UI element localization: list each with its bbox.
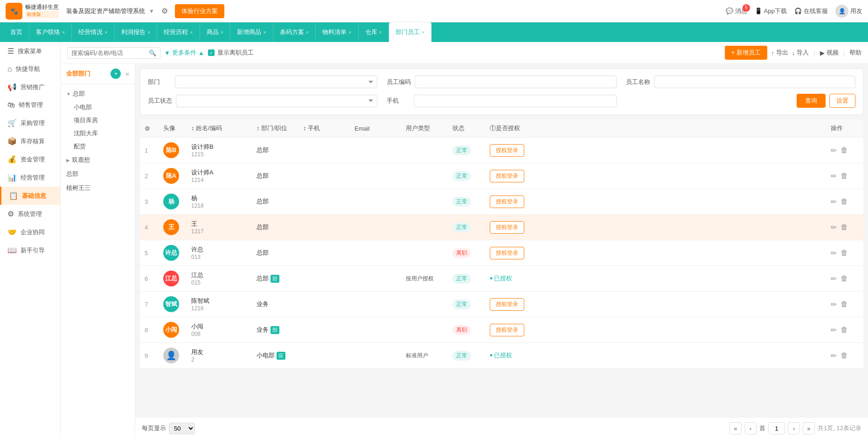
dept-group-zhishu-title[interactable]: 植树王三 <box>61 181 135 195</box>
edit-icon-4[interactable]: ✏ <box>831 223 837 232</box>
auth-btn-row8[interactable]: 授权登录 <box>490 324 524 336</box>
dept-collapse-button[interactable]: « <box>125 70 129 77</box>
col-settings[interactable]: ⚙ <box>140 119 159 138</box>
edit-icon-6[interactable]: ✏ <box>831 274 837 283</box>
dept-child-shenyang[interactable]: 沈阳大库 <box>61 127 135 140</box>
delete-icon-4[interactable]: 🗑 <box>840 223 848 231</box>
delete-icon-5[interactable]: 🗑 <box>840 249 848 257</box>
auth-btn-row1[interactable]: 授权登录 <box>490 144 524 157</box>
edit-icon-1[interactable]: ✏ <box>831 146 837 155</box>
filter-empcode-input[interactable] <box>415 76 616 88</box>
sidebar-item-purchase[interactable]: 🛒 采购管理 <box>0 114 60 132</box>
edit-icon-2[interactable]: ✏ <box>831 172 837 181</box>
show-resigned-toggle[interactable]: ✓ 显示离职员工 <box>208 49 254 57</box>
tab-business[interactable]: 经营情况× <box>72 22 114 42</box>
auth-btn-row4[interactable]: 授权登录 <box>490 221 524 234</box>
user-menu[interactable]: 👤 用友 <box>835 5 862 18</box>
tab-customer-close[interactable]: × <box>62 29 65 35</box>
delete-icon-8[interactable]: 🗑 <box>840 326 848 334</box>
tab-barcode[interactable]: 条码方案× <box>273 22 316 42</box>
sidebar-item-quick-nav[interactable]: ⌂ 快捷导航 <box>0 60 60 78</box>
tab-goods[interactable]: 商品× <box>200 22 230 42</box>
edit-icon-5[interactable]: ✏ <box>831 249 837 258</box>
dept-group-shuanglu-title[interactable]: ▶ 双鹿想 <box>61 153 135 167</box>
import-button[interactable]: ↓ 导入 <box>792 49 809 57</box>
col-name-code[interactable]: ↕ 姓名/编码 <box>187 119 252 138</box>
sidebar-item-guide[interactable]: 📖 新手引导 <box>0 241 60 259</box>
sidebar-item-operations[interactable]: 📊 经营管理 <box>0 168 60 187</box>
query-button[interactable]: 查询 <box>797 94 826 108</box>
col-phone[interactable]: ↕ 手机 <box>299 119 350 138</box>
dept-all-label[interactable]: 全部部门 <box>66 70 108 78</box>
dept-add-button[interactable]: + <box>111 69 121 79</box>
trial-button[interactable]: 体验行业方案 <box>175 4 224 18</box>
sidebar-item-inventory[interactable]: 📦 库存核算 <box>0 132 60 150</box>
next-page-button[interactable]: › <box>788 422 800 434</box>
sidebar-item-enterprise[interactable]: 🤝 企业协同 <box>0 223 60 241</box>
sidebar-item-basic-info[interactable]: 📋 基础信息 <box>0 187 60 205</box>
sidebar-item-system[interactable]: ⚙ 系统管理 <box>0 205 60 223</box>
filter-status-select[interactable] <box>176 95 377 107</box>
tab-history-close[interactable]: × <box>190 29 193 35</box>
auth-btn-row5[interactable]: 授权登录 <box>490 247 524 259</box>
prev-page-button[interactable]: ‹ <box>744 422 757 434</box>
show-resigned-checkbox[interactable]: ✓ <box>208 49 215 56</box>
sidebar-item-sales[interactable]: 🛍 销售管理 <box>0 96 60 114</box>
tab-business-close[interactable]: × <box>104 29 107 35</box>
tab-profit[interactable]: 利润报告× <box>115 22 157 42</box>
tab-bom-close[interactable]: × <box>348 29 351 35</box>
dept-child-distribution[interactable]: 配货 <box>61 140 135 153</box>
auth-btn-row7[interactable]: 授权登录 <box>490 298 524 311</box>
edit-icon-8[interactable]: ✏ <box>831 326 837 334</box>
tab-warehouse[interactable]: 仓库× <box>359 22 389 42</box>
page-size-select[interactable]: 50 100 <box>169 423 195 434</box>
tab-warehouse-close[interactable]: × <box>379 29 382 35</box>
view-button[interactable]: ▶ 视频 <box>820 49 839 57</box>
online-support-button[interactable]: 🎧 在线客服 <box>794 7 828 15</box>
tab-profit-close[interactable]: × <box>147 29 150 35</box>
sidebar-item-marketing[interactable]: 📢 营销推广 <box>0 78 60 96</box>
tab-add-goods-close[interactable]: × <box>263 29 266 35</box>
delete-icon-6[interactable]: 🗑 <box>840 274 848 283</box>
tab-bom[interactable]: 物料清单× <box>316 22 358 42</box>
edit-icon-7[interactable]: ✏ <box>831 300 837 309</box>
app-download-button[interactable]: 📱 App下载 <box>755 7 787 15</box>
tab-home[interactable]: 首页 <box>4 22 29 42</box>
add-employee-button[interactable]: + 新增员工 <box>725 46 767 60</box>
delete-icon-2[interactable]: 🗑 <box>840 172 848 180</box>
auth-btn-row2[interactable]: 授权登录 <box>490 170 524 182</box>
auth-btn-row3[interactable]: 授权登录 <box>490 195 524 208</box>
tab-barcode-close[interactable]: × <box>306 29 309 35</box>
export-button[interactable]: ↑ 导出 <box>771 49 788 57</box>
edit-icon-3[interactable]: ✏ <box>831 197 837 206</box>
dept-group-zongbu-title[interactable]: 总部 <box>61 167 135 181</box>
filter-dept-select[interactable] <box>175 76 377 88</box>
more-filter-button[interactable]: ▼ 更多条件 ▲ <box>164 49 204 57</box>
tab-dept-staff[interactable]: 部门员工× <box>389 22 431 42</box>
settings-button[interactable]: ⚙ <box>158 5 171 18</box>
search-icon[interactable]: 🔍 <box>149 49 156 56</box>
dept-child-xiaodibu[interactable]: 小电部 <box>61 101 135 114</box>
col-dept-position[interactable]: ↕ 部门/职位 <box>252 119 299 138</box>
message-button[interactable]: 💬 消息 5 <box>726 7 747 15</box>
help-button[interactable]: 帮助 <box>849 49 861 57</box>
tab-customer[interactable]: 客户联络× <box>29 22 72 42</box>
tab-goods-close[interactable]: × <box>221 29 223 35</box>
search-input[interactable] <box>71 49 146 56</box>
filter-phone-input[interactable] <box>414 95 616 107</box>
tab-dept-staff-close[interactable]: × <box>422 29 424 35</box>
title-dropdown-icon[interactable]: ▼ <box>149 8 154 14</box>
edit-icon-9[interactable]: ✏ <box>831 351 837 360</box>
set-button[interactable]: 设置 <box>829 94 855 108</box>
first-page-button[interactable]: « <box>729 422 742 434</box>
dept-group-headquarters-title[interactable]: ▼ 总部 <box>61 87 135 101</box>
delete-icon-9[interactable]: 🗑 <box>840 351 848 360</box>
dept-child-project[interactable]: 项目库房 <box>61 114 135 127</box>
sidebar-item-search-menu[interactable]: ☰ 搜索菜单 <box>0 42 60 60</box>
tab-add-goods[interactable]: 新增商品× <box>230 22 273 42</box>
delete-icon-7[interactable]: 🗑 <box>840 300 848 308</box>
page-number-input[interactable] <box>768 422 785 434</box>
last-page-button[interactable]: » <box>803 422 815 434</box>
delete-icon-1[interactable]: 🗑 <box>840 146 848 154</box>
sidebar-item-finance[interactable]: 💰 资金管理 <box>0 150 60 168</box>
